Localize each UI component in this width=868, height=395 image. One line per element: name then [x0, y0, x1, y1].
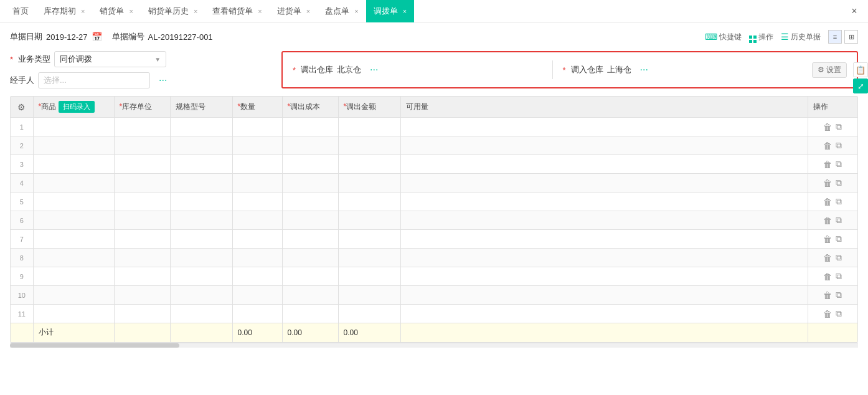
tab-close-view-sales[interactable]: × [258, 7, 262, 15]
row-11-copy-icon[interactable]: ⧉ [836, 308, 842, 319]
row-1-avail[interactable] [400, 118, 808, 136]
row-5-qty[interactable] [232, 193, 282, 211]
row-6-unit[interactable] [114, 211, 170, 230]
row-4-qty[interactable] [232, 174, 282, 193]
tab-close-transfer[interactable]: × [403, 7, 407, 15]
row-3-delete-icon[interactable]: 🗑 [823, 159, 832, 169]
row-9-avail[interactable] [400, 267, 808, 286]
tab-close-stocktake[interactable]: × [354, 7, 358, 15]
row-11-unit[interactable] [114, 305, 170, 323]
row-10-avail[interactable] [400, 286, 808, 305]
row-1-amount[interactable] [338, 118, 400, 136]
row-10-delete-icon[interactable]: 🗑 [823, 290, 832, 300]
row-5-product[interactable] [33, 193, 114, 211]
row-8-amount[interactable] [338, 249, 400, 267]
row-7-avail[interactable] [400, 230, 808, 249]
row-5-unit[interactable] [114, 193, 170, 211]
calendar-icon[interactable]: 📅 [92, 32, 102, 42]
row-10-cost[interactable] [282, 286, 338, 305]
history-button[interactable]: ☰ 历史单据 [781, 32, 821, 42]
window-close-button[interactable]: × [846, 2, 863, 20]
row-9-delete-icon[interactable]: 🗑 [823, 272, 832, 282]
row-11-spec[interactable] [170, 305, 232, 323]
row-1-qty[interactable] [232, 118, 282, 136]
row-3-qty[interactable] [232, 155, 282, 174]
row-8-copy-icon[interactable]: ⧉ [836, 252, 842, 263]
row-9-amount[interactable] [338, 267, 400, 286]
row-4-delete-icon[interactable]: 🗑 [823, 178, 832, 188]
row-4-cost[interactable] [282, 174, 338, 193]
panel-expand-icon[interactable]: ⤢ [853, 79, 868, 93]
row-9-spec[interactable] [170, 267, 232, 286]
row-7-unit[interactable] [114, 230, 170, 249]
row-9-unit[interactable] [114, 267, 170, 286]
horizontal-scrollbar[interactable] [10, 343, 858, 348]
row-4-unit[interactable] [114, 174, 170, 193]
row-10-copy-icon[interactable]: ⧉ [836, 290, 842, 300]
row-8-delete-icon[interactable]: 🗑 [823, 253, 832, 263]
row-5-spec[interactable] [170, 193, 232, 211]
row-6-delete-icon[interactable]: 🗑 [823, 216, 832, 226]
row-3-unit[interactable] [114, 155, 170, 174]
tab-home[interactable]: 首页 [5, 0, 36, 22]
row-10-amount[interactable] [338, 286, 400, 305]
tab-purchase[interactable]: 进货单 × [270, 0, 318, 22]
row-5-delete-icon[interactable]: 🗑 [823, 197, 832, 207]
row-6-qty[interactable] [232, 211, 282, 230]
row-8-product[interactable] [33, 249, 114, 267]
person-select[interactable]: 选择... [38, 72, 150, 88]
tab-view-sales[interactable]: 查看销货单 × [205, 0, 269, 22]
tab-transfer[interactable]: 调拨单 × [366, 0, 414, 22]
row-8-cost[interactable] [282, 249, 338, 267]
row-7-copy-icon[interactable]: ⧉ [836, 234, 842, 244]
panel-notes-icon[interactable]: 📋 [853, 62, 868, 77]
row-3-avail[interactable] [400, 155, 808, 174]
row-11-product[interactable] [33, 305, 114, 323]
row-3-spec[interactable] [170, 155, 232, 174]
row-2-copy-icon[interactable]: ⧉ [836, 140, 842, 151]
row-1-copy-icon[interactable]: ⧉ [836, 121, 842, 132]
tab-close-purchase[interactable]: × [306, 7, 310, 15]
row-2-delete-icon[interactable]: 🗑 [823, 141, 832, 151]
row-3-amount[interactable] [338, 155, 400, 174]
row-9-cost[interactable] [282, 267, 338, 286]
settings-button[interactable]: ⚙ 设置 [812, 62, 847, 78]
scan-entry-button[interactable]: 扫码录入 [59, 101, 95, 113]
row-1-cost[interactable] [282, 118, 338, 136]
scroll-thumb[interactable] [10, 343, 179, 348]
grid-view-button[interactable]: ⊞ [844, 30, 858, 44]
row-2-qty[interactable] [232, 136, 282, 155]
row-1-unit[interactable] [114, 118, 170, 136]
row-4-spec[interactable] [170, 174, 232, 193]
row-10-qty[interactable] [232, 286, 282, 305]
row-2-cost[interactable] [282, 136, 338, 155]
row-9-qty[interactable] [232, 267, 282, 286]
row-7-delete-icon[interactable]: 🗑 [823, 234, 832, 244]
row-6-product[interactable] [33, 211, 114, 230]
row-2-amount[interactable] [338, 136, 400, 155]
operation-button[interactable]: 操作 [749, 31, 773, 43]
row-11-amount[interactable] [338, 305, 400, 323]
tab-sales-order[interactable]: 销货单 × [92, 0, 140, 22]
row-7-amount[interactable] [338, 230, 400, 249]
tab-close-sales-order[interactable]: × [129, 7, 133, 15]
row-1-delete-icon[interactable]: 🗑 [823, 122, 832, 132]
row-4-avail[interactable] [400, 174, 808, 193]
tab-stocktake[interactable]: 盘点单 × [318, 0, 366, 22]
row-9-product[interactable] [33, 267, 114, 286]
shortcut-button[interactable]: ⌨ 快捷键 [705, 32, 742, 42]
row-6-amount[interactable] [338, 211, 400, 230]
row-9-copy-icon[interactable]: ⧉ [836, 271, 842, 282]
row-2-unit[interactable] [114, 136, 170, 155]
row-2-product[interactable] [33, 136, 114, 155]
row-6-cost[interactable] [282, 211, 338, 230]
row-3-cost[interactable] [282, 155, 338, 174]
tab-sales-history[interactable]: 销货单历史 × [141, 0, 205, 22]
row-3-copy-icon[interactable]: ⧉ [836, 159, 842, 169]
row-11-cost[interactable] [282, 305, 338, 323]
in-warehouse-more-icon[interactable]: ··· [640, 64, 648, 75]
row-10-spec[interactable] [170, 286, 232, 305]
row-10-product[interactable] [33, 286, 114, 305]
row-6-spec[interactable] [170, 211, 232, 230]
row-6-avail[interactable] [400, 211, 808, 230]
